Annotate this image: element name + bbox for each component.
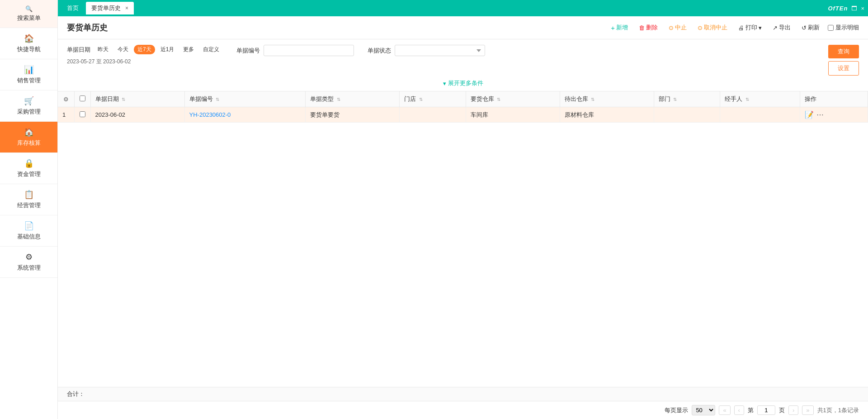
table-row: 1 2023-06-02 YH-20230602-0 要货单要货 车间库 原材料…	[58, 107, 868, 123]
row-order-type: 要货单要货	[306, 107, 400, 123]
export-label: 导出	[779, 24, 791, 32]
sidebar-item-system[interactable]: ⚙ 系统管理	[0, 247, 57, 278]
sidebar-item-label: 经营管理	[17, 201, 41, 210]
order-no-link[interactable]: YH-20230602-0	[189, 111, 231, 118]
purchase-icon: 🛒	[24, 96, 34, 106]
date-range-display: 2023-05-27 至 2023-06-02	[67, 58, 223, 66]
col-department[interactable]: 部门 ⇅	[654, 91, 720, 107]
close-window-icon[interactable]: ×	[861, 5, 864, 12]
row-num: 1	[58, 107, 74, 123]
row-order-no: YH-20230602-0	[184, 107, 306, 123]
page-input[interactable]	[757, 405, 775, 415]
show-detail-checkbox[interactable]	[828, 25, 834, 31]
refresh-button[interactable]: ↺ 刷新	[799, 22, 822, 33]
shortcut-more[interactable]: 更多	[179, 45, 198, 54]
col-order-no[interactable]: 单据编号 ⇅	[184, 91, 306, 107]
col-department-label: 部门	[659, 95, 670, 102]
prev-page-button[interactable]: ‹	[734, 405, 744, 415]
export-button[interactable]: ↗ 导出	[770, 22, 793, 33]
settings-button[interactable]: 设置	[828, 61, 859, 76]
first-page-button[interactable]: «	[719, 405, 730, 415]
print-button[interactable]: 🖨 打印 ▾	[736, 22, 764, 33]
sidebar-item-label: 资金管理	[17, 170, 41, 178]
pagination: 每页显示 50 10 20 100 « ‹ 第 页 › » 共1页，1条记录	[58, 401, 868, 419]
sidebar-search-label: 搜索菜单	[17, 14, 41, 22]
print-icon: 🖨	[738, 24, 744, 31]
tab-order-history[interactable]: 要货单历史 ×	[86, 2, 134, 14]
edit-icon[interactable]: 📝	[805, 110, 814, 119]
shortcut-custom[interactable]: 自定义	[199, 45, 223, 54]
next-page-button[interactable]: ›	[788, 405, 798, 415]
sidebar-item-operation[interactable]: 📋 经营管理	[0, 184, 57, 215]
col-date[interactable]: 单据日期 ⇅	[90, 91, 184, 107]
page-title: 要货单历史	[67, 22, 108, 33]
more-op-icon[interactable]: ⋯	[816, 110, 824, 119]
row-select-checkbox[interactable]	[80, 111, 85, 117]
sales-icon: 📊	[24, 65, 34, 75]
stop-button[interactable]: ⊙ 中止	[666, 22, 689, 33]
shortcut-last1month[interactable]: 近1月	[157, 45, 178, 54]
export-icon: ↗	[773, 24, 778, 31]
table-footer: 合计：	[58, 387, 868, 401]
col-order-type[interactable]: 单据类型 ⇅	[306, 91, 400, 107]
finance-icon: 🔒	[24, 158, 34, 168]
sidebar-item-purchase[interactable]: 🛒 采购管理	[0, 90, 57, 122]
row-checkbox[interactable]	[74, 107, 90, 123]
col-store[interactable]: 门店 ⇅	[400, 91, 466, 107]
main-content: 首页 要货单历史 × OfTEn 🗖 × 要货单历史 + 新增 🗑 删除	[58, 0, 868, 419]
summary-label: 合计：	[67, 390, 85, 398]
order-no-label: 单据编号	[236, 47, 260, 55]
col-checkbox	[74, 91, 90, 107]
delete-label: 删除	[646, 24, 658, 32]
cancel-stop-icon: ⊙	[698, 24, 703, 31]
stop-label: 中止	[675, 24, 687, 32]
stop-icon: ⊙	[669, 24, 674, 31]
col-operation: 操作	[800, 91, 868, 107]
shortcut-today[interactable]: 今天	[114, 45, 132, 54]
new-label: 新增	[616, 24, 628, 32]
cancel-stop-button[interactable]: ⊙ 取消中止	[695, 22, 730, 33]
filter-main-row: 单据日期 昨天 今天 近7天 近1月 更多 自定义 2023-05-27 至 2…	[67, 45, 859, 76]
sidebar-item-inventory[interactable]: 🏠 库存核算	[0, 122, 57, 153]
row-operation: 📝 ⋯	[800, 107, 868, 123]
refresh-label: 刷新	[808, 24, 820, 32]
sort-icon-order-type: ⇅	[337, 97, 340, 102]
tab-close-icon[interactable]: ×	[125, 5, 128, 11]
status-select[interactable]	[395, 45, 485, 56]
sidebar-search[interactable]: 🔍 搜索菜单	[0, 0, 57, 28]
shortcut-yesterday[interactable]: 昨天	[94, 45, 112, 54]
home-icon: 🏠	[24, 33, 34, 43]
order-no-filter: 单据编号	[236, 45, 354, 56]
col-order-no-label: 单据编号	[189, 95, 213, 102]
date-filter-inline: 单据日期 昨天 今天 近7天 近1月 更多 自定义	[67, 45, 223, 54]
tab-home[interactable]: 首页	[61, 2, 84, 14]
query-button[interactable]: 查询	[828, 45, 859, 58]
page-header: 要货单历史 + 新增 🗑 删除 ⊙ 中止 ⊙ 取消中止	[58, 16, 868, 39]
col-handler[interactable]: 经手人 ⇅	[720, 91, 800, 107]
sort-icon-req-warehouse: ⇅	[497, 97, 500, 102]
expand-more-button[interactable]: ▾ 展开更多条件	[67, 79, 859, 87]
per-page-select[interactable]: 50 10 20 100	[692, 405, 715, 415]
col-pending-warehouse[interactable]: 待出仓库 ⇅	[560, 91, 654, 107]
sort-icon-date: ⇅	[122, 97, 125, 102]
show-detail-toggle[interactable]: 显示明细	[828, 24, 859, 32]
sidebar-item-finance[interactable]: 🔒 资金管理	[0, 153, 57, 184]
new-button[interactable]: + 新增	[608, 22, 631, 33]
sidebar-item-basic[interactable]: 📄 基础信息	[0, 215, 57, 247]
order-no-input[interactable]	[264, 45, 354, 56]
sidebar-item-quick-nav[interactable]: 🏠 快捷导航	[0, 28, 57, 59]
select-all-checkbox[interactable]	[80, 95, 85, 101]
col-settings[interactable]: ⚙	[58, 91, 74, 107]
sidebar-item-label: 基础信息	[17, 233, 41, 241]
tab-bar: 首页 要货单历史 × OfTEn 🗖 ×	[58, 0, 868, 16]
shortcut-last7days[interactable]: 近7天	[134, 45, 155, 54]
sidebar-item-sales[interactable]: 📊 销售管理	[0, 59, 57, 90]
col-req-warehouse[interactable]: 要货仓库 ⇅	[466, 91, 560, 107]
restore-icon[interactable]: 🗖	[851, 5, 857, 12]
last-page-button[interactable]: »	[802, 405, 813, 415]
col-pending-warehouse-label: 待出仓库	[565, 95, 588, 102]
tab-bar-right: OfTEn 🗖 ×	[828, 5, 864, 12]
delete-button[interactable]: 🗑 删除	[636, 22, 660, 33]
page-suffix: 页	[779, 406, 785, 414]
brand-label: OfTEn	[828, 5, 848, 12]
